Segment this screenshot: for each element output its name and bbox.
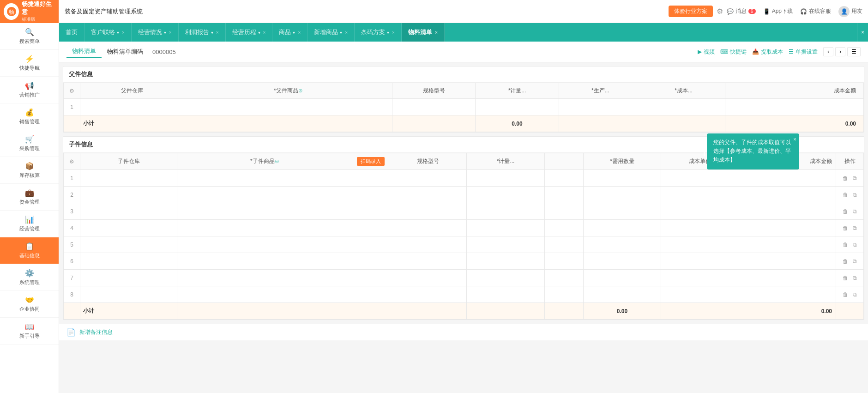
child-price-cell-7[interactable] <box>661 270 739 286</box>
tooltip-close-btn[interactable]: × <box>793 135 796 144</box>
tab-history-close[interactable]: × <box>263 30 266 35</box>
parent-product-cell[interactable] <box>184 99 392 115</box>
child-unit-cell-8[interactable] <box>467 286 544 303</box>
child-warehouse-cell-8[interactable] <box>80 286 177 303</box>
child-qty-cell-6[interactable] <box>583 253 661 270</box>
scan-btn[interactable]: 扫码录入 <box>357 157 385 166</box>
copy-icon-8[interactable]: ⧉ <box>853 291 857 298</box>
parent-unit-cell[interactable] <box>476 99 559 115</box>
child-spec-cell-1[interactable] <box>389 170 467 187</box>
child-price-cell-1[interactable] <box>661 170 739 187</box>
child-product-cell-3[interactable] <box>177 203 352 220</box>
child-qty-cell-7[interactable] <box>583 270 661 286</box>
tab-product-close[interactable]: × <box>298 30 301 35</box>
sidebar-item-marketing[interactable]: 📢 营销推广 <box>0 77 59 103</box>
delete-icon-1[interactable]: 🗑 <box>843 175 848 181</box>
tab-barcode[interactable]: 条码方案 ▾ × <box>355 23 402 42</box>
child-unit-cell-6[interactable] <box>467 253 544 270</box>
copy-icon-2[interactable]: ⧉ <box>853 192 857 198</box>
video-btn[interactable]: ▶ 视频 <box>698 48 715 56</box>
child-amount-cell-7[interactable] <box>739 270 836 286</box>
child-price-cell-5[interactable] <box>661 236 739 253</box>
tab-customer-close[interactable]: × <box>122 30 125 35</box>
sidebar-item-finance[interactable]: 💼 资金管理 <box>0 184 59 211</box>
child-spec-cell-2[interactable] <box>389 187 467 203</box>
child-qty-cell-3[interactable] <box>583 203 661 220</box>
child-amount-cell-5[interactable] <box>739 236 836 253</box>
sidebar-item-search[interactable]: 🔍 搜索菜单 <box>0 23 59 50</box>
child-product-cell-6[interactable] <box>177 253 352 270</box>
child-warehouse-cell-1[interactable] <box>80 170 177 187</box>
child-amount-cell-6[interactable] <box>739 253 836 270</box>
breadcrumb-bom[interactable]: 物料清单 <box>66 45 102 58</box>
child-spec-cell-4[interactable] <box>389 220 467 236</box>
next-page-btn[interactable]: › <box>835 47 845 56</box>
parent-spec-cell[interactable] <box>392 99 476 115</box>
child-spec-cell-6[interactable] <box>389 253 467 270</box>
tab-operation-status[interactable]: 经营情况 ▾ × <box>132 23 179 42</box>
child-amount-cell-1[interactable] <box>739 170 836 187</box>
app-download-action[interactable]: 📱 App下载 <box>763 7 793 15</box>
parent-produce-cell[interactable] <box>559 99 642 115</box>
child-unit-cell-1[interactable] <box>467 170 544 187</box>
child-unit-cell-7[interactable] <box>467 270 544 286</box>
online-service-action[interactable]: 🎧 在线客服 <box>800 7 831 15</box>
child-product-cell-4[interactable] <box>177 220 352 236</box>
tab-op-close[interactable]: × <box>169 30 172 35</box>
child-amount-cell-4[interactable] <box>739 220 836 236</box>
copy-icon-1[interactable]: ⧉ <box>853 175 857 181</box>
child-unit-cell-3[interactable] <box>467 203 544 220</box>
child-price-cell-2[interactable] <box>661 187 739 203</box>
tab-barcode-close[interactable]: × <box>392 30 395 35</box>
child-amount-cell-2[interactable] <box>739 187 836 203</box>
shortcut-btn[interactable]: ⌨ 快捷键 <box>720 48 747 56</box>
parent-cost-cell[interactable] <box>642 99 725 115</box>
sidebar-item-inventory[interactable]: 📦 库存核算 <box>0 157 59 184</box>
delete-icon-7[interactable]: 🗑 <box>843 275 848 281</box>
child-product-cell-1[interactable] <box>177 170 352 187</box>
child-spec-cell-7[interactable] <box>389 270 467 286</box>
extract-cost-btn[interactable]: 📥 提取成本 <box>752 48 783 56</box>
single-setting-btn[interactable]: ☰ 单据设置 <box>789 48 818 56</box>
parent-amount-cell[interactable] <box>739 99 864 115</box>
sidebar-item-guide[interactable]: 📖 新手引导 <box>0 318 59 345</box>
child-warehouse-cell-5[interactable] <box>80 236 177 253</box>
try-button[interactable]: 体验行业方案 <box>669 6 713 17</box>
child-qty-cell-1[interactable] <box>583 170 661 187</box>
gear-icon[interactable]: ⚙ <box>717 7 723 16</box>
delete-icon-5[interactable]: 🗑 <box>843 242 848 248</box>
delete-icon-4[interactable]: 🗑 <box>843 225 848 231</box>
tab-new-product-close[interactable]: × <box>345 30 348 35</box>
child-amount-cell-8[interactable] <box>739 286 836 303</box>
sidebar-item-operation[interactable]: 📊 经营管理 <box>0 211 59 237</box>
child-spec-cell-8[interactable] <box>389 286 467 303</box>
child-price-cell-8[interactable] <box>661 286 739 303</box>
delete-icon-6[interactable]: 🗑 <box>843 258 848 265</box>
delete-icon-8[interactable]: 🗑 <box>843 291 848 298</box>
tab-product[interactable]: 商品 ▾ × <box>272 23 307 42</box>
child-amount-cell-3[interactable] <box>739 203 836 220</box>
child-price-cell-3[interactable] <box>661 203 739 220</box>
sidebar-item-collab[interactable]: 🤝 企业协同 <box>0 291 59 318</box>
child-warehouse-cell-7[interactable] <box>80 270 177 286</box>
child-qty-cell-8[interactable] <box>583 286 661 303</box>
child-warehouse-cell-3[interactable] <box>80 203 177 220</box>
user-action[interactable]: 👤 用友 <box>838 6 862 17</box>
sidebar-item-sales[interactable]: 💰 销售管理 <box>0 103 59 130</box>
tab-profit-close[interactable]: × <box>216 30 219 35</box>
message-action[interactable]: 💬 消息 6 <box>727 7 756 15</box>
tab-home[interactable]: 首页 <box>59 23 84 42</box>
sidebar-item-quick[interactable]: ⚡ 快捷导航 <box>0 50 59 77</box>
sidebar-item-purchase[interactable]: 🛒 采购管理 <box>0 130 59 157</box>
child-product-cell-7[interactable] <box>177 270 352 286</box>
sidebar-item-basic[interactable]: 📋 基础信息 <box>0 237 59 264</box>
child-unit-cell-4[interactable] <box>467 220 544 236</box>
sidebar-item-system[interactable]: ⚙️ 系统管理 <box>0 264 59 291</box>
prev-page-btn[interactable]: ‹ <box>823 47 833 56</box>
parent-warehouse-cell[interactable] <box>80 99 184 115</box>
child-warehouse-cell-4[interactable] <box>80 220 177 236</box>
copy-icon-6[interactable]: ⧉ <box>853 258 857 265</box>
child-product-cell-8[interactable] <box>177 286 352 303</box>
child-price-cell-4[interactable] <box>661 220 739 236</box>
add-remark-btn[interactable]: 新增备注信息 <box>79 328 113 336</box>
